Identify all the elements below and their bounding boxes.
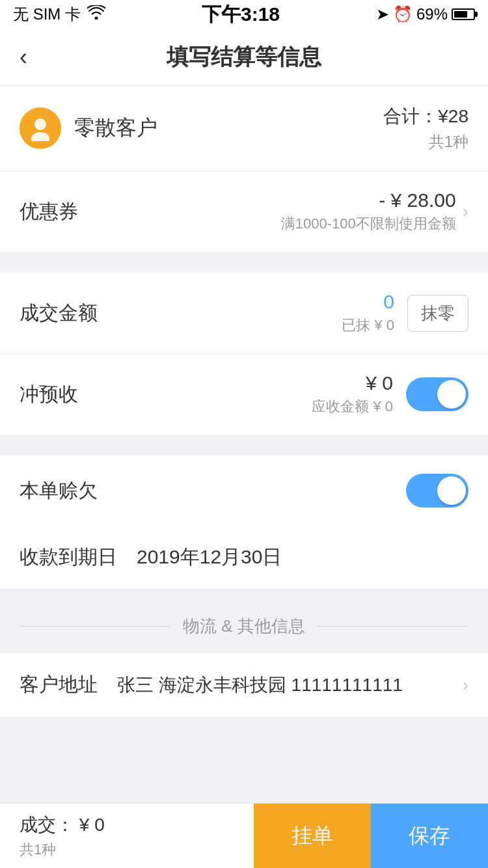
svg-point-0	[34, 118, 46, 130]
logistics-header: 物流 & 其他信息	[0, 599, 488, 653]
chevron-right-icon: ›	[463, 201, 468, 222]
bottom-deal: 成交： ¥ 0	[20, 813, 234, 837]
save-button-label: 保存	[409, 822, 450, 850]
customer-right: 合计：¥28 共1种	[383, 104, 468, 152]
prepay-amount: ¥ 0	[312, 372, 393, 394]
status-bar: 无 SIM 卡 下午3:18 ➤ ⏰ 69%	[0, 0, 488, 29]
divider-2	[0, 445, 488, 455]
bottom-spacer	[0, 727, 488, 798]
coupon-discount: - ¥ 28.00	[281, 189, 456, 211]
debt-toggle[interactable]	[406, 474, 468, 508]
coupon-row[interactable]: 优惠券 - ¥ 28.00 满1000-100不限制使用金额 ›	[0, 170, 488, 252]
prepay-label: 冲预收	[20, 381, 78, 408]
page-title: 填写结算等信息	[167, 42, 321, 72]
no-sim-label: 无 SIM 卡	[13, 4, 81, 25]
status-bar-right: ➤ ⏰ 69%	[376, 5, 475, 23]
deal-prepay-section: 成交金额 0 已抹 ¥ 0 抹零 冲预收 ¥ 0 应收金额 ¥ 0	[0, 273, 488, 435]
avatar	[20, 107, 61, 149]
deal-amount-sub: 已抹 ¥ 0	[342, 316, 394, 335]
round-zero-button[interactable]: 抹零	[407, 295, 468, 332]
deal-amount-col: 0 已抹 ¥ 0	[342, 291, 394, 335]
debt-row: 本单赊欠	[0, 455, 488, 526]
coupon-info: - ¥ 28.00 满1000-100不限制使用金额	[281, 189, 456, 234]
customer-row: 零散客户 合计：¥28 共1种	[0, 86, 488, 170]
prepay-right-area: ¥ 0 应收金额 ¥ 0	[312, 372, 468, 416]
deal-amount-row: 成交金额 0 已抹 ¥ 0 抹零	[0, 273, 488, 354]
status-bar-time: 下午3:18	[202, 1, 280, 28]
bottom-bar: 成交： ¥ 0 共1种 挂单 保存	[0, 803, 488, 868]
due-date-row: 收款到期日 2019年12月30日	[0, 526, 488, 589]
battery-icon	[452, 8, 475, 20]
location-icon: ➤	[376, 5, 389, 23]
bottom-deal-label: 成交：	[20, 815, 74, 835]
coupon-right: - ¥ 28.00 满1000-100不限制使用金额 ›	[281, 189, 468, 234]
prepay-row: 冲预收 ¥ 0 应收金额 ¥ 0	[0, 354, 488, 435]
battery-label: 69%	[416, 5, 448, 23]
customer-count: 共1种	[383, 131, 468, 152]
address-section: 客户地址 张三 海淀永丰科技园 11111111111 ›	[0, 653, 488, 716]
toggle-knob	[437, 380, 466, 409]
deal-amount-value: 0	[342, 291, 394, 313]
deal-amount-label: 成交金额	[20, 300, 98, 327]
deal-amount-right: 0 已抹 ¥ 0 抹零	[342, 291, 468, 335]
debt-label: 本单赊欠	[20, 478, 98, 504]
address-value: 张三 海淀永丰科技园 11111111111	[117, 673, 463, 698]
coupon-description: 满1000-100不限制使用金额	[281, 214, 456, 234]
customer-left: 零散客户	[20, 107, 157, 149]
customer-section: 零散客户 合计：¥28 共1种 优惠券 - ¥ 28.00 满1000-100不…	[0, 86, 488, 252]
debt-toggle-knob	[437, 476, 466, 505]
back-button[interactable]: ‹	[20, 44, 27, 71]
save-button[interactable]: 保存	[371, 804, 488, 868]
customer-total: 合计：¥28	[383, 104, 468, 129]
bottom-info: 成交： ¥ 0 共1种	[0, 804, 254, 868]
customer-name: 零散客户	[74, 114, 157, 142]
coupon-label: 优惠券	[20, 198, 78, 225]
prepay-receivable: 应收金额 ¥ 0	[312, 397, 393, 416]
alarm-icon: ⏰	[393, 5, 413, 23]
logistics-label: 物流 & 其他信息	[183, 615, 305, 638]
debt-section: 本单赊欠 收款到期日 2019年12月30日	[0, 455, 488, 589]
address-chevron-icon: ›	[463, 675, 468, 696]
wifi-icon	[87, 5, 105, 23]
svg-point-1	[31, 132, 49, 141]
address-label: 客户地址	[20, 671, 98, 698]
status-bar-left: 无 SIM 卡	[13, 4, 105, 25]
hold-button[interactable]: 挂单	[254, 804, 371, 868]
bottom-count: 共1种	[20, 840, 234, 860]
address-row[interactable]: 客户地址 张三 海淀永丰科技园 11111111111 ›	[0, 653, 488, 716]
bottom-deal-value: ¥ 0	[79, 815, 105, 835]
divider-1	[0, 262, 488, 273]
due-date-value: 2019年12月30日	[137, 544, 282, 571]
hold-button-label: 挂单	[291, 822, 333, 850]
prepay-toggle[interactable]	[406, 377, 468, 411]
nav-bar: ‹ 填写结算等信息	[0, 29, 488, 86]
prepay-info: ¥ 0 应收金额 ¥ 0	[312, 372, 393, 416]
due-date-label: 收款到期日	[20, 544, 117, 571]
